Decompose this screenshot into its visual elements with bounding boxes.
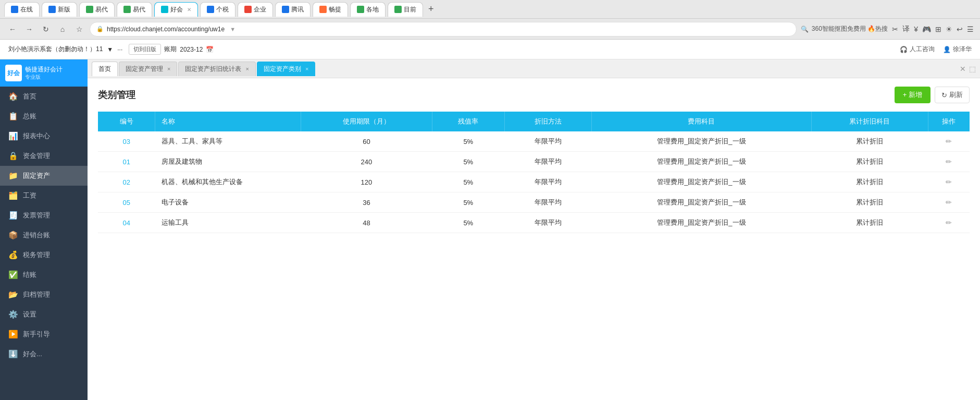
- translate-icon[interactable]: 译: [902, 25, 910, 34]
- sidebar-label-checkout: 结账: [23, 270, 36, 280]
- page-tab-depreciation[interactable]: 固定资产折旧统计表 ×: [178, 62, 255, 76]
- sidebar-item-invoice[interactable]: 🧾 发票管理: [0, 205, 88, 225]
- browser-tab-yidai1[interactable]: 易代: [79, 2, 115, 17]
- edit-icon-4[interactable]: ✏: [946, 219, 952, 227]
- page-tab-category[interactable]: 固定资产类别 ×: [257, 62, 315, 76]
- undo-icon[interactable]: ↩: [957, 25, 963, 33]
- page-tab-fixed-assets-mgmt[interactable]: 固定资产管理 ×: [119, 62, 177, 76]
- logo-text-line2: 专业版: [25, 74, 63, 80]
- more-icon: ⬇️: [8, 349, 18, 359]
- tab-favicon: [123, 6, 131, 13]
- close-all-tabs-icon[interactable]: ✕: [960, 65, 966, 73]
- sidebar-item-tax[interactable]: 💰 税务管理: [0, 245, 88, 265]
- sidebar-label-tax: 税务管理: [23, 250, 50, 260]
- sun-icon[interactable]: ☀: [946, 25, 952, 33]
- sidebar-item-fixed-assets[interactable]: 📁 固定资产: [0, 166, 88, 186]
- sidebar-item-purchase[interactable]: 📦 进销台账: [0, 225, 88, 245]
- user-avatar[interactable]: 👤 徐泽华: [943, 45, 972, 54]
- edit-icon-2[interactable]: ✏: [946, 178, 952, 186]
- tab-label: 个税: [216, 5, 229, 14]
- refresh-button[interactable]: ↻ 刷新: [935, 87, 970, 103]
- add-button[interactable]: + 新增: [895, 87, 931, 103]
- tab-close-depreciation[interactable]: ×: [245, 66, 249, 72]
- sidebar-item-more[interactable]: ⬇️ 好会...: [0, 344, 88, 364]
- cell-code-2[interactable]: 02: [98, 172, 155, 192]
- forward-button[interactable]: →: [23, 23, 35, 35]
- star-button[interactable]: ☆: [73, 23, 85, 35]
- sidebar-item-fund[interactable]: 🔒 资金管理: [0, 146, 88, 166]
- browser-tab-changte[interactable]: 畅提: [313, 2, 348, 17]
- browser-tab-enterprise[interactable]: 企业: [238, 2, 273, 17]
- url-text: https://cloud.chanjet.com/accounting/uw1…: [107, 26, 225, 33]
- calendar-icon[interactable]: 📅: [206, 46, 214, 53]
- cell-name-2: 机器、机械和其他生产设备: [155, 172, 301, 192]
- cell-method-3: 年限平均: [504, 192, 591, 213]
- cell-code-3[interactable]: 05: [98, 192, 155, 213]
- sidebar-logo: 好会 畅捷通好会计 专业版: [0, 59, 88, 87]
- url-input[interactable]: 🔒 https://cloud.chanjet.com/accounting/u…: [90, 22, 797, 37]
- more-icon[interactable]: ···: [117, 46, 122, 53]
- table-row: 01 房屋及建筑物 240 5% 年限平均 管理费用_固定资产折旧_一级 累计折…: [98, 152, 970, 172]
- tab-close-mgmt[interactable]: ×: [167, 66, 170, 72]
- cell-action-3: ✏: [928, 192, 970, 213]
- cell-code-0[interactable]: 03: [98, 131, 155, 152]
- switch-version-button[interactable]: 切到旧版: [129, 44, 161, 55]
- game-icon[interactable]: 🎮: [922, 25, 931, 33]
- sidebar-item-home[interactable]: 🏠 首页: [0, 87, 88, 106]
- cell-code-4[interactable]: 04: [98, 213, 155, 233]
- sidebar-label-home: 首页: [23, 92, 36, 101]
- wallet-icon[interactable]: ¥: [914, 25, 918, 33]
- expand-tabs-icon[interactable]: ⬚: [969, 65, 976, 73]
- edit-icon-1[interactable]: ✏: [946, 157, 952, 166]
- checkout-icon: ✅: [8, 270, 18, 280]
- tab-close-category[interactable]: ×: [305, 66, 308, 72]
- dropdown-icon[interactable]: ▼: [107, 46, 113, 53]
- home-icon: 🏠: [8, 92, 18, 101]
- tab-label-depreciation: 固定资产折旧统计表: [185, 65, 241, 74]
- browser-tab-muqian[interactable]: 目前: [388, 2, 423, 17]
- grid-icon[interactable]: ⊞: [935, 25, 941, 33]
- home-button[interactable]: ⌂: [56, 23, 69, 35]
- cell-method-0: 年限平均: [504, 131, 591, 152]
- sidebar-item-ledger[interactable]: 📋 总账: [0, 106, 88, 126]
- cell-residual-2: 5%: [432, 172, 504, 192]
- edit-icon-0[interactable]: ✏: [946, 137, 952, 146]
- sidebar-item-reports[interactable]: 📊 报表中心: [0, 126, 88, 146]
- tab-label: 畅提: [329, 5, 341, 14]
- cell-code-1[interactable]: 01: [98, 152, 155, 172]
- browser-tab-online[interactable]: 在线: [4, 2, 40, 17]
- browser-tab-new[interactable]: 新版: [42, 2, 77, 17]
- period-label: 账期: [164, 45, 177, 54]
- fund-icon: 🔒: [8, 151, 18, 161]
- new-tab-button[interactable]: +: [425, 4, 437, 15]
- tab-close-icon[interactable]: ✕: [187, 7, 191, 13]
- cell-method-2: 年限平均: [504, 172, 591, 192]
- tab-favicon: [86, 6, 93, 13]
- sidebar-item-archive[interactable]: 📂 归档管理: [0, 285, 88, 305]
- reload-button[interactable]: ↻: [40, 23, 52, 35]
- sidebar-item-salary[interactable]: 🗂️ 工资: [0, 186, 88, 205]
- edit-icon-3[interactable]: ✏: [946, 198, 952, 207]
- url-dropdown-icon[interactable]: ▼: [230, 26, 235, 32]
- sidebar-item-settings[interactable]: ⚙️ 设置: [0, 305, 88, 324]
- browser-tab-gedi[interactable]: 各地: [350, 2, 386, 17]
- scissors-icon[interactable]: ✂: [892, 25, 898, 33]
- sidebar-item-guide[interactable]: ▶️ 新手引导: [0, 324, 88, 344]
- tab-label: 腾讯: [291, 5, 304, 14]
- browser-tab-yidai2[interactable]: 易代: [117, 2, 152, 17]
- page-title-row: 类别管理 + 新增 ↻ 刷新: [98, 87, 970, 103]
- page-tab-home[interactable]: 首页: [92, 62, 118, 76]
- cell-accum-0: 累计折旧: [811, 131, 928, 152]
- sidebar-label-purchase: 进销台账: [23, 231, 50, 240]
- browser-tab-tencent[interactable]: 腾讯: [275, 2, 311, 17]
- help-link[interactable]: 🎧 人工咨询: [900, 45, 935, 54]
- table-row: 03 器具、工具、家具等 60 5% 年限平均 管理费用_固定资产折旧_一级 累…: [98, 131, 970, 152]
- browser-tab-haohui[interactable]: 好会 ✕: [154, 2, 198, 17]
- back-button[interactable]: ←: [6, 23, 19, 35]
- sidebar-item-checkout[interactable]: ✅ 结账: [0, 265, 88, 285]
- toolbar-icons: ✂ 译 ¥ 🎮 ⊞ ☀ ↩ ☰: [892, 25, 974, 34]
- browser-tab-tax[interactable]: 个税: [200, 2, 235, 17]
- menu-icon[interactable]: ☰: [967, 25, 974, 33]
- data-table: 编号 名称 使用期限（月） 残值率 折旧方法 费用科目 累计折旧科目 操作 03: [98, 112, 970, 233]
- cell-months-3: 36: [301, 192, 432, 213]
